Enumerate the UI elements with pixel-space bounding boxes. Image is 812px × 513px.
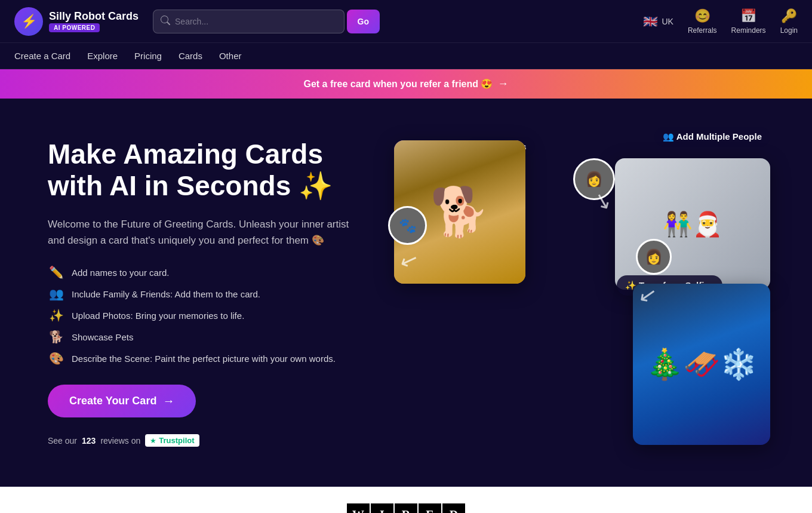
search-go-button[interactable]: Go: [347, 10, 380, 33]
search-input[interactable]: [175, 17, 337, 26]
hero-left: Make Amazing Cards with AI in Seconds ✨ …: [48, 139, 358, 447]
feature-scene-icon: 🎨: [48, 351, 64, 365]
feature-pets: 🐕 Showcase Pets: [48, 330, 358, 344]
feature-scene: 🎨 Describe the Scene: Paint the perfect …: [48, 351, 358, 365]
login-icon: 🔑: [781, 8, 797, 24]
feature-names: ✏️ Add names to your card.: [48, 265, 358, 279]
create-card-button[interactable]: Create Your Card →: [48, 385, 196, 417]
nav-item-create[interactable]: Create a Card: [14, 48, 70, 63]
reminders-icon: 📅: [740, 8, 756, 24]
logo-link[interactable]: ⚡ Silly Robot Cards AI POWERED: [14, 7, 139, 36]
trustpilot-logo[interactable]: ★ Trustpilot: [145, 434, 199, 447]
referrals-icon: 😊: [694, 8, 710, 24]
reminders-label: Reminders: [731, 26, 766, 35]
main-nav: Create a Card Explore Pricing Cards Othe…: [0, 43, 812, 69]
feature-names-icon: ✏️: [48, 265, 64, 279]
wired-w: W: [347, 503, 370, 513]
tp-brand: Trustpilot: [159, 436, 194, 445]
search-box: [153, 10, 345, 33]
features-list: ✏️ Add names to your card. 👥 Include Fam…: [48, 265, 358, 365]
feature-pets-text: Showcase Pets: [72, 332, 133, 342]
avatar-pets: 🐾: [388, 206, 427, 245]
wired-i: I: [371, 503, 393, 513]
logo-text-area: Silly Robot Cards AI POWERED: [49, 10, 139, 32]
hero-title: Make Amazing Cards with AI in Seconds ✨: [48, 139, 358, 202]
cta-label: Create Your Card: [69, 395, 156, 407]
locale-selector[interactable]: 🇬🇧 UK: [643, 14, 673, 29]
wired-e: E: [419, 503, 441, 513]
header-right: 🇬🇧 UK 😊 Referrals 📅 Reminders 🔑 Login: [643, 8, 798, 35]
logo-icon: ⚡: [14, 7, 43, 36]
feature-family: 👥 Include Family & Friends: Add them to …: [48, 287, 358, 301]
feature-photos-icon: ✨: [48, 308, 64, 322]
banner-arrow-icon: →: [497, 78, 508, 90]
site-name: Silly Robot Cards: [49, 10, 139, 23]
banner-text: Get a free card when you refer a friend …: [304, 78, 493, 90]
trust-count: 123: [82, 436, 96, 446]
feature-pets-icon: 🐕: [48, 330, 64, 344]
wired-logo: W I R E D: [347, 503, 465, 513]
hero-right: 🐾 Add Pets 🐕 🐾 ↙ 👥 Add Multiple People 👫…: [382, 128, 776, 457]
feature-names-text: Add names to your card.: [72, 268, 169, 278]
wired-r: R: [395, 503, 417, 513]
feature-photos-text: Upload Photos: Bring your memories to li…: [72, 311, 244, 321]
press-section: W I R E D: [0, 487, 812, 513]
card-multiple: 👫🎅: [615, 158, 770, 290]
feature-scene-text: Describe the Scene: Paint the perfect pi…: [72, 354, 336, 364]
tp-star-icon: ★: [150, 437, 156, 445]
wired-d: D: [442, 503, 465, 513]
locale-code: UK: [662, 17, 673, 26]
cta-arrow-icon: →: [162, 394, 174, 408]
trust-prefix: See our: [48, 436, 77, 446]
feature-family-text: Include Family & Friends: Add them to th…: [72, 289, 260, 299]
hero-subtitle: Welcome to the Future of Greeting Cards.…: [48, 216, 358, 248]
reminders-button[interactable]: 📅 Reminders: [731, 8, 766, 35]
login-button[interactable]: 🔑 Login: [780, 8, 798, 35]
referrals-button[interactable]: 😊 Referrals: [688, 8, 717, 35]
promo-banner[interactable]: Get a free card when you refer a friend …: [0, 69, 812, 99]
referrals-label: Referrals: [688, 26, 717, 35]
nav-item-cards[interactable]: Cards: [179, 48, 202, 63]
nav-item-other[interactable]: Other: [219, 48, 242, 63]
nav-item-pricing[interactable]: Pricing: [134, 48, 162, 63]
multiple-image: 👫🎅: [615, 158, 770, 290]
search-area: Go: [153, 10, 380, 33]
search-icon: [161, 16, 170, 27]
collage-container: 🐾 Add Pets 🐕 🐾 ↙ 👥 Add Multiple People 👫…: [382, 128, 776, 457]
trust-middle: reviews on: [100, 436, 140, 446]
label-multiple: 👥 Add Multiple People: [654, 127, 770, 147]
nav-item-explore[interactable]: Explore: [87, 48, 118, 63]
feature-family-icon: 👥: [48, 287, 64, 301]
feature-photos: ✨ Upload Photos: Bring your memories to …: [48, 308, 358, 322]
login-label: Login: [780, 26, 798, 35]
hero-section: Make Amazing Cards with AI in Seconds ✨ …: [0, 99, 812, 487]
header: ⚡ Silly Robot Cards AI POWERED Go 🇬🇧 UK …: [0, 0, 812, 43]
trustpilot-area: See our 123 reviews on ★ Trustpilot: [48, 434, 358, 447]
ai-badge: AI POWERED: [49, 23, 100, 32]
avatar-selfie: 👩: [636, 239, 672, 275]
flag-icon: 🇬🇧: [643, 14, 658, 29]
